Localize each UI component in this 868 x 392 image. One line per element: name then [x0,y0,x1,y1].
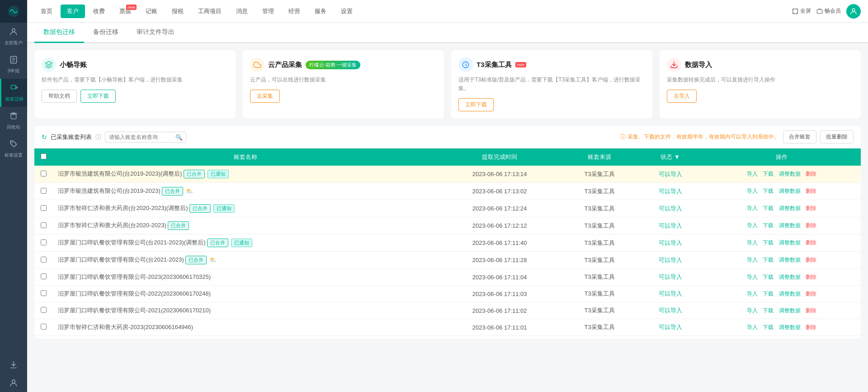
adjust-data-action[interactable]: 调整数据 [779,205,801,211]
download-action[interactable]: 下载 [763,239,774,246]
download-action[interactable]: 下载 [763,205,774,211]
help-doc-btn[interactable]: 帮助文档 [42,90,77,103]
nav-fee[interactable]: 收费 [87,5,111,18]
import-action[interactable]: 导入 [747,239,758,246]
sidebar-item-recycle[interactable]: 回收站 [0,107,27,135]
sidebar-download[interactable] [0,356,27,374]
adjust-data-action[interactable]: 调整数据 [779,239,801,246]
delete-action[interactable]: 删除 [806,257,816,263]
import-action[interactable]: 导入 [747,291,758,297]
adjust-data-action[interactable]: 调整数据 [779,324,801,330]
nav-manage[interactable]: 管理 [256,5,280,18]
hint-text-content: 采集、下载的文件，有效期半年，有效期内可以导入到系统中。 [627,133,779,141]
sidebar-user[interactable] [0,374,27,392]
tab-audit-export[interactable]: 审计文件导出 [127,23,184,43]
row-checkbox[interactable] [41,188,47,194]
delete-action[interactable]: 删除 [806,274,816,280]
tab-data-migrate[interactable]: 数据包迁移 [34,23,84,43]
nav-operation[interactable]: 经营 [282,5,307,18]
download-action[interactable]: 下载 [763,257,774,263]
cloud-title: 云产品采集 [268,61,302,69]
import-action[interactable]: 导入 [747,274,758,280]
app-logo[interactable] [0,0,27,23]
row-checkbox[interactable] [41,239,47,245]
go-import-btn[interactable]: 去导入 [667,90,697,103]
row-checkbox[interactable] [41,205,47,211]
nav-message[interactable]: 消息 [230,5,254,18]
select-all-checkbox[interactable] [41,153,47,159]
delete-action[interactable]: 删除 [806,205,816,211]
row-checkbox[interactable] [41,273,47,279]
delete-action[interactable]: 删除 [806,307,816,314]
adjust-data-action[interactable]: 调整数据 [779,274,801,280]
user-avatar[interactable] [846,4,861,19]
tab-backup-migrate[interactable]: 备份迁移 [84,23,127,43]
import-action[interactable]: 导入 [747,324,758,330]
row-tag: 已合并 [184,170,205,178]
import-action[interactable]: 导入 [747,222,758,229]
adjust-data-action[interactable]: 调整数据 [779,222,801,229]
fullscreen-btn[interactable]: 全屏 [792,7,811,15]
table-help-icon[interactable]: ⓘ [95,133,101,141]
cloud-copy-icon[interactable]: ⛅ [186,187,193,194]
sidebar-item-all-customers[interactable]: 全部客户 [0,23,27,51]
row-checkbox[interactable] [41,290,47,296]
adjust-data-action[interactable]: 调整数据 [779,307,801,314]
nav-ticket[interactable]: 票据 new [113,5,137,18]
import-desc: 采集数据转换完成后，可以直接进行导入操作 [667,76,854,84]
import-action[interactable]: 导入 [747,188,758,194]
delete-action[interactable]: 删除 [806,239,816,246]
member-btn[interactable]: 畅会员 [816,7,841,15]
delete-action[interactable]: 删除 [806,222,816,229]
nav-business[interactable]: 工商项目 [192,5,228,18]
download-action[interactable]: 下载 [763,171,774,177]
row-status: 可以导入 [638,166,703,183]
adjust-data-action[interactable]: 调整数据 [779,257,801,263]
nav-service[interactable]: 服务 [308,5,333,18]
import-action[interactable]: 导入 [747,171,758,177]
sidebar-item-account-migrate[interactable]: 账套迁移 [0,79,27,107]
import-action[interactable]: 导入 [747,205,758,211]
adjust-data-action[interactable]: 调整数据 [779,188,801,194]
cloud-copy-icon[interactable]: ⛅ [209,256,217,263]
row-checkbox[interactable] [41,307,47,313]
row-checkbox[interactable] [41,257,47,263]
sidebar-item-tags[interactable]: 标签设置 [0,135,27,163]
download-action[interactable]: 下载 [763,307,774,314]
search-icon[interactable]: 🔍 [175,134,183,140]
download-action[interactable]: 下载 [763,222,774,229]
import-action[interactable]: 导入 [747,307,758,314]
t3-download-btn[interactable]: 立即下载 [458,98,494,111]
delete-action[interactable]: 删除 [806,188,816,194]
search-input[interactable] [105,132,186,143]
download-action[interactable]: 下载 [763,324,774,330]
row-status: 可以导入 [638,336,703,339]
adjust-data-action[interactable]: 调整数据 [779,171,801,177]
row-checkbox[interactable] [41,222,47,228]
row-tag: 已合并 [207,239,228,247]
sidebar-item-zero-declare[interactable]: 0申报 [0,51,27,79]
nav-home[interactable]: 首页 [34,5,59,18]
batch-delete-btn[interactable]: 批量删除 [820,130,854,143]
row-time: 2023-06-06 17:11:01 [439,319,561,336]
download-action[interactable]: 下载 [763,274,774,280]
nav-bookkeeping[interactable]: 记账 [139,5,164,18]
import-action[interactable]: 导入 [747,257,758,263]
adjust-data-action[interactable]: 调整数据 [779,291,801,297]
download-action[interactable]: 下载 [763,188,774,194]
download-now-btn[interactable]: 立即下载 [80,90,116,103]
nav-settings[interactable]: 设置 [335,5,359,18]
download-action[interactable]: 下载 [763,291,774,297]
xiaochang-actions: 帮助文档 立即下载 [42,90,228,103]
delete-action[interactable]: 删除 [806,324,816,330]
row-checkbox[interactable] [41,324,47,330]
delete-action[interactable]: 删除 [806,291,816,297]
row-tag: 已合并 [185,256,207,264]
go-collect-btn[interactable]: 去采集 [250,90,280,103]
merge-accounts-btn[interactable]: 合并账套 [783,130,816,143]
refresh-icon[interactable]: ↻ [42,134,47,141]
nav-tax[interactable]: 报税 [165,5,190,18]
delete-action[interactable]: 删除 [806,171,816,177]
nav-customer[interactable]: 客户 [61,5,85,18]
row-checkbox[interactable] [41,171,47,177]
